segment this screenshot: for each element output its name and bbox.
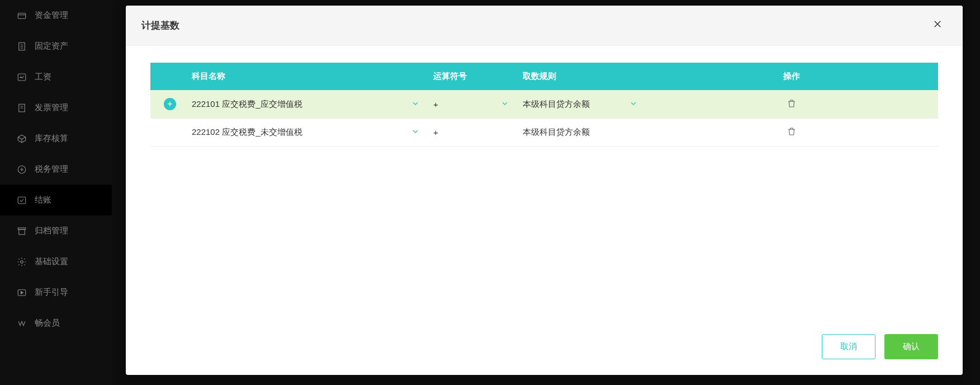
chevron-down-icon (500, 99, 509, 110)
col-operator-header: 运算符号 (427, 63, 516, 90)
sidebar-item-label: 资金管理 (35, 10, 68, 21)
col-subject-header: 科目名称 (185, 63, 427, 90)
building-icon (17, 41, 27, 51)
svg-rect-5 (18, 197, 26, 204)
sidebar-item-label: 新手引导 (35, 287, 68, 298)
gear-icon (17, 257, 27, 267)
sidebar-item-archive[interactable]: 归档管理 (0, 215, 112, 246)
sidebar-item-label: 库存核算 (35, 133, 68, 144)
modal-footer: 取消 确认 (126, 323, 963, 375)
sidebar-item-label: 税务管理 (35, 164, 68, 175)
sidebar-item-funds[interactable]: 资金管理 (0, 0, 112, 31)
sidebar-item-inventory[interactable]: 库存核算 (0, 123, 112, 154)
confirm-button[interactable]: 确认 (884, 334, 938, 359)
modal-body: 科目名称 运算符号 取数规则 操作 + 222101 应交税费_应交增值税 (126, 46, 963, 323)
sidebar-item-label: 固定资产 (35, 41, 68, 51)
col-rule-header: 取数规则 (516, 63, 645, 90)
basis-table: 科目名称 运算符号 取数规则 操作 + 222101 应交税费_应交增值税 (150, 63, 938, 147)
rule-value: 本级科目贷方余额 (523, 99, 590, 110)
operator-value: + (433, 128, 438, 137)
subject-select[interactable]: 222102 应交税费_未交增值税 (192, 127, 420, 138)
cancel-button[interactable]: 取消 (822, 334, 875, 359)
sidebar-item-guide[interactable]: 新手引导 (0, 277, 112, 308)
subject-select[interactable]: 222101 应交税费_应交增值税 (192, 99, 420, 110)
svg-rect-7 (19, 229, 25, 234)
subject-value: 222102 应交税费_未交增值税 (192, 127, 302, 138)
chart-icon (17, 72, 27, 82)
receipt-icon (17, 103, 27, 113)
trash-icon (787, 98, 797, 109)
operator-select[interactable]: + (433, 99, 509, 110)
add-row-button[interactable]: + (164, 98, 176, 110)
check-icon (17, 195, 27, 205)
sidebar-item-label: 归档管理 (35, 226, 68, 236)
svg-rect-0 (18, 13, 26, 18)
sidebar: 资金管理 固定资产 工资 发票管理 库存核算 税务管理 结账 归档管理 基础设置… (0, 0, 112, 385)
chevron-down-icon (629, 99, 638, 110)
modal-dialog: 计提基数 科目名称 运算符号 取数规则 操作 + (126, 6, 963, 375)
operator-value: + (433, 100, 438, 109)
sidebar-item-label: 发票管理 (35, 102, 68, 113)
wallet-icon (17, 11, 27, 21)
sidebar-item-label: 畅会员 (35, 318, 60, 328)
rule-select[interactable]: 本级科目贷方余额 (523, 99, 638, 110)
table-row[interactable]: + 222101 应交税费_应交增值税 + (150, 90, 938, 119)
rule-value: 本级科目贷方余额 (523, 127, 590, 138)
close-icon (932, 19, 943, 29)
delete-row-button[interactable] (787, 98, 797, 109)
chevron-down-icon (411, 99, 420, 110)
sidebar-item-tax[interactable]: 税务管理 (0, 154, 112, 185)
rule-select[interactable]: 本级科目贷方余额 (523, 127, 638, 138)
subject-value: 222101 应交税费_应交增值税 (192, 99, 302, 110)
sidebar-item-closing[interactable]: 结账 (0, 185, 112, 215)
box-icon (17, 134, 27, 144)
tax-icon (17, 165, 27, 175)
svg-point-8 (21, 260, 23, 263)
sidebar-item-settings[interactable]: 基础设置 (0, 246, 112, 277)
close-button[interactable] (928, 17, 947, 34)
delete-row-button[interactable] (787, 126, 797, 137)
play-icon (17, 288, 27, 298)
col-action-header: 操作 (645, 63, 938, 90)
archive-icon (17, 226, 27, 236)
modal-title: 计提基数 (141, 19, 179, 32)
sidebar-item-invoice[interactable]: 发票管理 (0, 92, 112, 123)
sidebar-item-assets[interactable]: 固定资产 (0, 31, 112, 62)
trash-icon (787, 126, 797, 137)
sidebar-item-label: 基础设置 (35, 256, 68, 267)
col-add-header (150, 63, 185, 90)
table-row[interactable]: 222102 应交税费_未交增值税 + 本级科目贷方余额 (150, 119, 938, 147)
modal-header: 计提基数 (126, 6, 963, 46)
sidebar-item-salary[interactable]: 工资 (0, 62, 112, 92)
sidebar-item-vip[interactable]: 畅会员 (0, 308, 112, 339)
vip-icon (17, 318, 27, 328)
operator-select[interactable]: + (433, 128, 509, 137)
chevron-down-icon (411, 127, 420, 138)
sidebar-item-label: 结账 (35, 195, 51, 205)
sidebar-item-label: 工资 (35, 72, 51, 82)
